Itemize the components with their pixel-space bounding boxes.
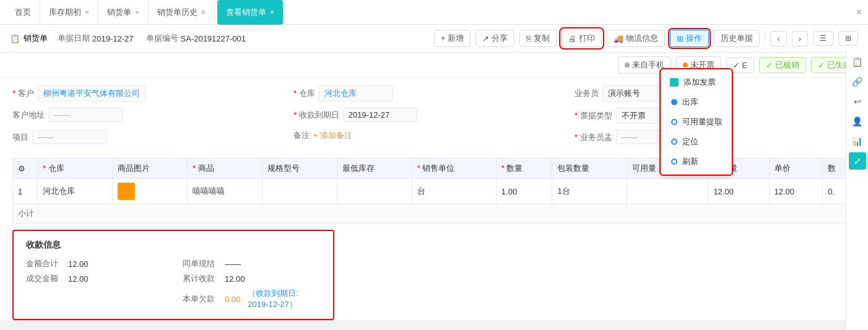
operation-dropdown: 添加发票 出库 可用量提取 定位 刷新 bbox=[661, 69, 732, 175]
cell-no: 1 bbox=[13, 179, 38, 204]
ticket-type-label: 票据类型 bbox=[575, 110, 612, 121]
dropdown-refresh[interactable]: 刷新 bbox=[661, 152, 731, 172]
cell-price: 12.00 bbox=[769, 179, 823, 204]
sidebar-chart-icon[interactable]: 📊 bbox=[849, 132, 866, 150]
view-list-button[interactable]: ☰ bbox=[813, 31, 833, 46]
number-label: 单据编号 bbox=[146, 33, 178, 44]
dropdown-outbound[interactable]: 出库 bbox=[661, 92, 731, 112]
doc-header: 📋 销货单 单据日期 2019-12-27 单据编号 SA-20191227-0… bbox=[0, 25, 868, 53]
history-button[interactable]: 历史单据 bbox=[714, 30, 760, 47]
same-order-settle-label: 同单现结 bbox=[183, 258, 220, 269]
action-row: 来自手机 未开票 ✓ E ✓ 已核销 ✓ 已生效 bbox=[0, 53, 868, 78]
new-label: + 新增 bbox=[441, 33, 464, 44]
cumulative-payment-value: 12.00 bbox=[225, 274, 245, 284]
tab-sales-close[interactable]: × bbox=[135, 8, 139, 17]
col-spec: 规格型号 bbox=[262, 158, 337, 179]
subtotal-label: 小计 bbox=[13, 204, 856, 224]
tab-inventory-close[interactable]: × bbox=[85, 8, 89, 17]
toolbar: + 新增 ↗ 分享 ⎘ 复制 🖨 打印 🚚 物流信息 bbox=[434, 30, 858, 47]
doc-icon: 📋 bbox=[10, 34, 20, 43]
doc-number-field: 单据编号 SA-20191227-001 bbox=[146, 33, 246, 44]
tab-inventory[interactable]: 库存期初 × bbox=[40, 0, 98, 25]
tab-sales[interactable]: 销货单 × bbox=[98, 0, 149, 25]
number-value: SA-20191227-001 bbox=[181, 34, 246, 43]
due-date-value[interactable]: 2019-12-27 bbox=[343, 108, 417, 122]
customer-field: 客户 柳州粤港平安气体有限公司 bbox=[12, 85, 293, 102]
copy-button[interactable]: ⎘ 复制 bbox=[519, 30, 557, 47]
table-row: 1 河北仓库 🟧 嘻嘻嘻嘻 台 1.00 1台 12.00 12.00 bbox=[13, 179, 856, 204]
nav-prev-icon: ‹ bbox=[777, 34, 779, 43]
sidebar-link-icon[interactable]: 🔗 bbox=[849, 73, 866, 90]
address-value: —— bbox=[48, 108, 123, 122]
share-icon: ↗ bbox=[482, 34, 489, 43]
outbound-label: 出库 bbox=[682, 97, 698, 108]
tab-sales-history[interactable]: 销货单历史 × bbox=[149, 0, 215, 25]
main-layout: 📋 销货单 单据日期 2019-12-27 单据编号 SA-20191227-0… bbox=[0, 25, 868, 330]
doc-meta: 单据日期 2019-12-27 单据编号 SA-20191227-001 bbox=[58, 33, 246, 44]
add-note-button[interactable]: 添加备注 bbox=[313, 130, 352, 141]
col-pack-qty: 包装数量 bbox=[552, 158, 627, 179]
operation-button[interactable]: ⊞ 操作 bbox=[670, 30, 709, 47]
cell-available bbox=[627, 179, 708, 204]
summary-cumulative-payment: 累计收款 12.00 bbox=[183, 273, 321, 284]
note-label: 备注 bbox=[293, 130, 310, 141]
share-button[interactable]: ↗ 分享 bbox=[475, 30, 514, 47]
product-image: 🟧 bbox=[118, 183, 135, 200]
copy-icon: ⎘ bbox=[526, 34, 531, 43]
sidebar-doc-icon[interactable]: 📋 bbox=[849, 53, 866, 71]
effective-icon: ✓ bbox=[818, 61, 825, 70]
tab-sales-history-close[interactable]: × bbox=[201, 8, 206, 17]
from-phone-label: 来自手机 bbox=[632, 59, 664, 71]
tab-bar: 首页 库存期初 × 销货单 × 销货单历史 × 查看销货单 × × bbox=[0, 0, 868, 25]
date-label: 单据日期 bbox=[58, 33, 90, 44]
doc-title: 📋 销货单 bbox=[10, 33, 48, 44]
sidebar-user-icon[interactable]: 👤 bbox=[849, 113, 866, 130]
nav-next-button[interactable]: › bbox=[792, 31, 808, 46]
tab-view-sales-close[interactable]: × bbox=[270, 8, 274, 17]
dropdown-locate[interactable]: 定位 bbox=[661, 132, 731, 152]
form-area: 客户 柳州粤港平安气体有限公司 仓库 河北仓库 业务员 演示账号 客户地址 —— bbox=[0, 78, 868, 158]
doc-title-area: 📋 销货单 单据日期 2019-12-27 单据编号 SA-20191227-0… bbox=[10, 33, 246, 44]
operation-label: 操作 bbox=[686, 33, 702, 44]
cell-unit: 台 bbox=[412, 179, 496, 204]
product-table-wrap: ⚙ 仓库 商品图片 商品 规格型号 最低库存 销售单位 数量 包装数量 可用量 … bbox=[0, 158, 868, 224]
sidebar-return-icon[interactable]: ↩ bbox=[849, 93, 866, 110]
nav-prev-button[interactable]: ‹ bbox=[770, 31, 786, 46]
summary-deal-amount: 成交金额 12.00 bbox=[26, 273, 164, 284]
locate-icon bbox=[671, 139, 677, 145]
print-button[interactable]: 🖨 打印 bbox=[562, 30, 602, 47]
tab-view-sales[interactable]: 查看销货单 × bbox=[217, 0, 283, 25]
col-gear[interactable]: ⚙ bbox=[13, 158, 38, 179]
sidebar-expand-icon[interactable]: ⤢ bbox=[849, 152, 866, 170]
col-quantity: 数量 bbox=[496, 158, 552, 179]
address-field: 客户地址 —— bbox=[12, 108, 293, 122]
print-icon: 🖨 bbox=[568, 34, 576, 43]
dropdown-add-invoice[interactable]: 添加发票 bbox=[661, 72, 731, 92]
cell-image: 🟧 bbox=[112, 179, 187, 204]
cell-product: 嘻嘻嘻嘻 bbox=[187, 179, 262, 204]
doc-date-field: 单据日期 2019-12-27 bbox=[58, 33, 134, 44]
available-extract-label: 可用量提取 bbox=[682, 116, 723, 128]
sold-out-badge[interactable]: ✓ 已核销 bbox=[759, 57, 806, 73]
dropdown-available-extract[interactable]: 可用量提取 bbox=[661, 112, 731, 132]
logistics-icon: 🚚 bbox=[614, 34, 623, 43]
col-image: 商品图片 bbox=[112, 158, 187, 179]
available-extract-icon bbox=[671, 119, 677, 125]
window-close[interactable]: × bbox=[856, 7, 862, 18]
view-grid-button[interactable]: ⊞ bbox=[838, 31, 858, 46]
toolbar-sep bbox=[765, 32, 765, 45]
warehouse-value[interactable]: 河北仓库 bbox=[319, 85, 393, 102]
warehouse-label: 仓库 bbox=[293, 88, 315, 99]
sold-out-label: 已核销 bbox=[775, 59, 799, 71]
cell-warehouse: 河北仓库 bbox=[38, 179, 113, 204]
check-icon: ✓ E bbox=[733, 61, 747, 70]
subtotal-row: 小计 bbox=[13, 204, 856, 224]
project-field: 项目 —— bbox=[12, 130, 293, 144]
salesperson-label: 业务员 bbox=[575, 88, 599, 99]
new-button[interactable]: + 新增 bbox=[434, 30, 471, 47]
logistics-button[interactable]: 🚚 物流信息 bbox=[607, 30, 665, 47]
customer-value[interactable]: 柳州粤港平安气体有限公司 bbox=[38, 85, 145, 102]
sold-out-icon: ✓ bbox=[766, 61, 773, 70]
tab-home[interactable]: 首页 bbox=[6, 0, 40, 25]
document-panel: 📋 销货单 单据日期 2019-12-27 单据编号 SA-20191227-0… bbox=[0, 25, 868, 320]
